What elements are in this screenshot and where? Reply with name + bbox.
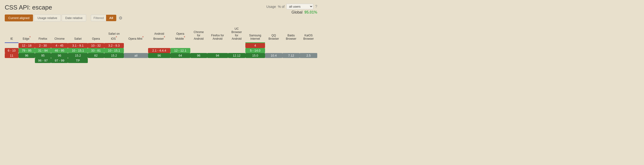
table-cell: 33 - 81 (88, 48, 104, 53)
table-cell (300, 43, 317, 48)
table-cell (88, 58, 104, 63)
table-cell: 4 - 45 (51, 43, 68, 48)
table-cell: 12.12 (228, 53, 245, 58)
table-cell: 11 (5, 53, 18, 58)
table-cell: 96 (51, 53, 68, 58)
table-cell: 96 (148, 53, 170, 58)
table-cell: 96 - 97 (35, 58, 51, 63)
table-cell: 3.2 - 9.3 (104, 43, 124, 48)
compatibility-table: IE Edge* Firefox Chrome (5, 25, 317, 63)
table-cell (228, 48, 245, 53)
col-header-samsung: SamsungInternet (245, 25, 265, 43)
pct-of-label: % of (278, 5, 284, 9)
col-header-opera: Opera (88, 25, 104, 43)
table-cell (124, 58, 148, 63)
table-cell: 82 (88, 53, 104, 58)
table-cell: 95 (35, 53, 51, 58)
table-cell: all (124, 53, 148, 58)
tab-usage-relative[interactable]: Usage relative (34, 15, 61, 21)
table-cell (300, 58, 317, 63)
table-cell: 7.12 (282, 53, 300, 58)
table-cell: 10.4 (265, 53, 282, 58)
table-cell (148, 43, 170, 48)
table-cell: 15.2 (104, 53, 124, 58)
table-cell: 94 (207, 53, 228, 58)
table-cell (104, 58, 124, 63)
table-cell: 12 - 12.1 (170, 48, 190, 53)
table-cell (245, 58, 265, 63)
user-type-select[interactable]: all users tracked users (286, 4, 313, 9)
col-header-chrome-android: ChromeforAndroid (190, 25, 208, 43)
table-cell (190, 48, 208, 53)
table-cell: 46 - 95 (51, 48, 68, 53)
table-cell (190, 43, 208, 48)
table-cell (170, 58, 190, 63)
table-cell: 10 - 15.1 (104, 48, 124, 53)
usage-panel: Usage % of all users tracked users ? Glo… (266, 4, 317, 15)
filter-all-button[interactable]: All (106, 15, 116, 21)
col-header-edge: Edge* (18, 25, 35, 43)
col-header-safari: Safari (68, 25, 88, 43)
table-cell (207, 43, 228, 48)
col-header-firefox-android: Firefox forAndroid (207, 25, 228, 43)
filtered-label: Filtered (91, 15, 106, 21)
table-cell: 15.2 (68, 53, 88, 58)
col-header-safari-ios: Safari oniOS* (104, 25, 124, 43)
col-header-uc-android: UCBrowserforAndroid (228, 25, 245, 43)
table-cell: 2 - 30 (35, 43, 51, 48)
table-cell: 6 - 10 (5, 48, 18, 53)
table-cell (148, 58, 170, 63)
col-header-kaios: KaiOSBrowser (300, 25, 317, 43)
table-cell: 79 - 95 (18, 48, 35, 53)
col-header-android-browser: AndroidBrowser* (148, 25, 170, 43)
table-cell: 64 (170, 53, 190, 58)
table-cell: 4 (245, 43, 265, 48)
table-cell: 5 - 14.0 (245, 48, 265, 53)
global-value: 95.01% (304, 10, 317, 15)
table-cell: 10 - 15.1 (68, 48, 88, 53)
usage-label: Usage (266, 5, 276, 9)
table-cell (265, 43, 282, 48)
col-header-firefox: Firefox (35, 25, 51, 43)
table-cell (190, 58, 208, 63)
table-cell (124, 43, 148, 48)
table-cell: 31 - 94 (35, 48, 51, 53)
table-cell: 12 - 18 (18, 43, 35, 48)
table-cell: 2.5 (300, 53, 317, 58)
filter-group: Filtered All (91, 15, 116, 21)
table-cell (282, 48, 300, 53)
col-header-chrome: Chrome (51, 25, 68, 43)
tab-bar: Current aligned Usage relative Date rela… (5, 15, 317, 21)
table-cell (300, 48, 317, 53)
table-cell (282, 58, 300, 63)
global-label: Global (292, 10, 302, 15)
table-cell (207, 58, 228, 63)
tab-current-aligned[interactable]: Current aligned (5, 15, 33, 21)
table-cell: 96 (18, 53, 35, 58)
table-cell: 3.1 - 9.1 (68, 43, 88, 48)
table-cell (18, 58, 35, 63)
table-cell: 96 (190, 53, 208, 58)
table-cell: TP (68, 58, 88, 63)
table-cell (124, 48, 148, 53)
table-cell (265, 48, 282, 53)
col-header-opera-mobile: OperaMobile* (170, 25, 190, 43)
tab-date-relative[interactable]: Date relative (62, 15, 86, 21)
table-cell (228, 58, 245, 63)
settings-gear-button[interactable]: ⚙ (119, 16, 122, 21)
table-cell (207, 48, 228, 53)
table-cell: 2.1 - 4.4.4 (148, 48, 170, 53)
table-cell: 15.0 (245, 53, 265, 58)
table-cell (5, 43, 18, 48)
table-cell (282, 43, 300, 48)
col-header-opera-mini: Opera Mini* (124, 25, 148, 43)
help-icon[interactable]: ? (315, 5, 317, 9)
col-header-qq: QQBrowser (265, 25, 282, 43)
col-header-ie: IE (5, 25, 18, 43)
table-cell: 97 - 99 (51, 58, 68, 63)
table-cell (5, 58, 18, 63)
table-cell: 10 - 32 (88, 43, 104, 48)
col-header-baidu: BaiduBrowser (282, 25, 300, 43)
table-cell (228, 43, 245, 48)
table-cell (170, 43, 190, 48)
